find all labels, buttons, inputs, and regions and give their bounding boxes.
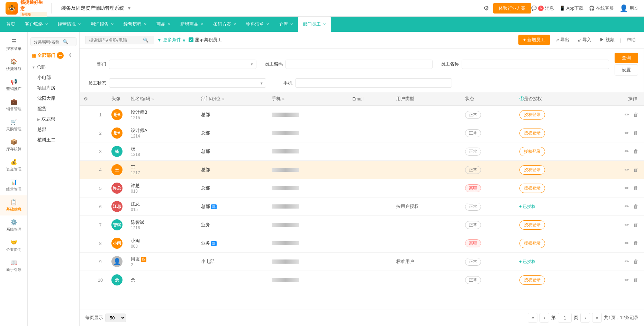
auth-login-btn[interactable]: 授权登录 <box>519 239 545 248</box>
nav-item-customer[interactable]: 客户联络✕ <box>20 17 53 32</box>
edit-row-btn[interactable]: ✏ <box>625 185 629 191</box>
last-page-btn[interactable]: » <box>592 313 602 323</box>
sidebar-item-basic[interactable]: 📋 基础信息 <box>0 195 27 215</box>
resigned-checkbox[interactable]: ✓ <box>189 37 193 42</box>
dept-tree-header[interactable]: ▦ 全部部门 ✏ 《 <box>28 49 79 62</box>
dept-item-project[interactable]: 项目库房 <box>28 83 79 93</box>
sidebar-item-system[interactable]: ⚙️ 系统管理 <box>0 215 27 236</box>
help-button[interactable]: 帮助 <box>624 35 638 44</box>
sidebar-item-quick-nav[interactable]: 🏠 快捷导航 <box>0 55 27 75</box>
dept-item-headquarters[interactable]: ▼ 总部 <box>28 62 79 72</box>
auth-login-btn[interactable]: 授权登录 <box>519 184 545 193</box>
online-service-btn[interactable]: 🎧 在线客服 <box>589 5 614 11</box>
edit-row-btn[interactable]: ✏ <box>625 222 629 228</box>
nav-close-warehouse[interactable]: ✕ <box>290 22 293 27</box>
dept-search-icon[interactable]: 🔍 <box>63 39 68 44</box>
nav-close-barcode[interactable]: ✕ <box>233 22 236 27</box>
sidebar-item-business[interactable]: 📊 经营管理 <box>0 175 27 195</box>
nav-item-department[interactable]: 部门员工✕ <box>298 17 331 32</box>
delete-row-btn[interactable]: 🗑 <box>633 167 638 173</box>
nav-item-home[interactable]: 首页 <box>1 17 20 32</box>
nav-item-add-goods[interactable]: 新增商品✕ <box>175 17 208 32</box>
dept-item-small-elec[interactable]: 小电部 <box>28 72 79 83</box>
first-page-btn[interactable]: « <box>528 313 537 323</box>
dept-item-delivery[interactable]: 配货 <box>28 104 79 114</box>
nav-item-goods[interactable]: 商品✕ <box>152 17 175 32</box>
more-filter-btn[interactable]: ▼ 更多条件 ∧ <box>157 37 186 43</box>
emp-code-input[interactable] <box>285 60 433 69</box>
sort-dept-icon[interactable]: ⇅ <box>221 97 224 101</box>
delete-row-btn[interactable]: 🗑 <box>633 185 638 191</box>
edit-row-btn[interactable]: ✏ <box>625 203 629 209</box>
system-dropdown-icon[interactable]: ▼ <box>127 6 131 11</box>
phone-input[interactable] <box>295 78 452 88</box>
auth-login-btn[interactable]: 授权登录 <box>519 110 545 120</box>
prev-page-btn[interactable]: ‹ <box>539 313 549 323</box>
edit-row-btn[interactable]: ✏ <box>625 148 629 154</box>
delete-row-btn[interactable]: 🗑 <box>633 240 638 246</box>
delete-row-btn[interactable]: 🗑 <box>633 203 638 209</box>
dept-search-input[interactable] <box>34 39 61 44</box>
user-btn[interactable]: 👤 用友 <box>619 4 638 12</box>
th-settings[interactable]: ⚙ <box>80 92 93 106</box>
edit-row-btn[interactable]: ✏ <box>625 130 629 136</box>
nav-close-operation[interactable]: ✕ <box>78 22 81 27</box>
sidebar-item-inventory[interactable]: 📦 库存核算 <box>0 135 27 155</box>
dept-edit-icon[interactable]: ✏ <box>57 52 64 59</box>
emp-name-input[interactable] <box>462 60 609 69</box>
delete-row-btn[interactable]: 🗑 <box>633 258 638 264</box>
app-download-btn[interactable]: 📱 App下载 <box>560 5 583 11</box>
query-button[interactable]: 查询 <box>615 53 638 63</box>
sidebar-item-marketing[interactable]: 📢 营销推广 <box>0 75 27 95</box>
nav-item-operation[interactable]: 经营情况✕ <box>53 17 86 32</box>
nav-item-barcode[interactable]: 条码方案✕ <box>208 17 241 32</box>
delete-row-btn[interactable]: 🗑 <box>633 112 638 117</box>
search-input[interactable] <box>89 37 141 43</box>
nav-item-material[interactable]: 物料清单✕ <box>241 17 274 32</box>
dept-item-shuanglu[interactable]: ▶ 双鹿想 <box>28 114 79 124</box>
sidebar-item-guide[interactable]: 📖 新手引导 <box>0 256 27 276</box>
sort-name-icon[interactable]: ⇅ <box>151 97 154 101</box>
sidebar-item-search[interactable]: ☰ 搜索菜单 <box>0 35 27 55</box>
edit-row-btn[interactable]: ✏ <box>625 112 629 117</box>
nav-item-warehouse[interactable]: 仓库✕ <box>274 17 298 32</box>
auth-login-btn[interactable]: 授权登录 <box>519 147 545 156</box>
edit-row-btn[interactable]: ✏ <box>625 258 629 264</box>
add-employee-button[interactable]: + 新增员工 <box>518 35 550 45</box>
auth-login-btn[interactable]: 授权登录 <box>519 165 545 175</box>
dept-collapse-btn[interactable]: 《 <box>65 51 73 60</box>
auth-login-btn[interactable]: 授权登录 <box>519 220 545 230</box>
sidebar-item-purchase[interactable]: 🛒 采购管理 <box>0 115 27 135</box>
auth-login-btn[interactable]: 授权登录 <box>519 129 545 138</box>
next-page-btn[interactable]: › <box>580 313 590 323</box>
delete-row-btn[interactable]: 🗑 <box>633 277 638 283</box>
search-icon[interactable]: 🔍 <box>143 37 148 43</box>
delete-row-btn[interactable]: 🗑 <box>633 148 638 154</box>
delete-row-btn[interactable]: 🗑 <box>633 222 638 228</box>
nav-close-customer[interactable]: ✕ <box>45 22 48 27</box>
dept-item-zhushu[interactable]: 植树王二 <box>28 135 79 145</box>
nav-item-history[interactable]: 经营历程✕ <box>119 17 152 32</box>
import-button[interactable]: ↙ 导入 <box>575 35 594 44</box>
delete-row-btn[interactable]: 🗑 <box>633 130 638 136</box>
show-resigned-toggle[interactable]: ✓ 显示离职员工 <box>189 37 222 43</box>
dept-select[interactable] <box>109 60 256 69</box>
set-button[interactable]: 设置 <box>615 64 638 76</box>
status-select[interactable] <box>109 78 266 88</box>
dept-item-hq2[interactable]: 总部 <box>28 124 79 135</box>
page-input[interactable] <box>558 313 572 323</box>
export-button[interactable]: ↗ 导出 <box>553 35 572 44</box>
view-button[interactable]: ▶ 视频 <box>597 35 617 44</box>
nav-close-department[interactable]: ✕ <box>323 22 326 27</box>
message-btn[interactable]: 💬 6 消息 <box>531 5 554 11</box>
edit-row-btn[interactable]: ✏ <box>625 167 629 173</box>
page-size-select[interactable]: 50 20 100 <box>105 314 126 322</box>
nav-close-history[interactable]: ✕ <box>144 22 147 27</box>
nav-close-material[interactable]: ✕ <box>266 22 269 27</box>
sort-phone-icon[interactable]: ⇅ <box>282 97 284 101</box>
nav-close-profit[interactable]: ✕ <box>111 22 114 27</box>
edit-row-btn[interactable]: ✏ <box>625 277 629 283</box>
auth-login-btn[interactable]: 授权登录 <box>519 275 545 285</box>
th-dept[interactable]: 部门/职位 ⇅ <box>197 92 267 106</box>
th-phone[interactable]: 手机 ⇅ <box>267 92 348 106</box>
